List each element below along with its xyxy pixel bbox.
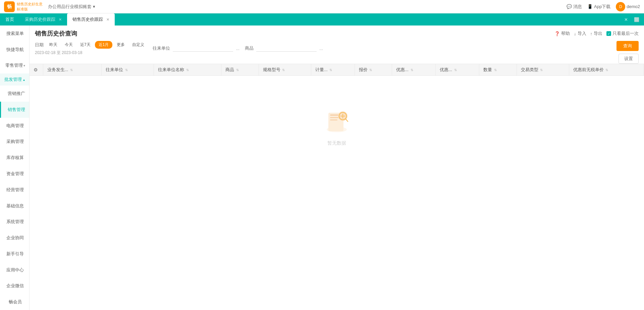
partner-picker-btn[interactable]: ... [236, 46, 239, 51]
logo-area: 畅 销售历史好生意 标准版 [4, 1, 43, 12]
chevron-up-icon: ▴ [23, 78, 25, 82]
svg-rect-4 [330, 119, 337, 120]
chevron-down-icon: ▾ [23, 64, 25, 67]
gear-icon[interactable]: ⚙ [34, 67, 38, 72]
th-partner-code: 往来单位 ⇅ [102, 64, 154, 76]
logo-text: 销售历史好生意 标准版 [17, 2, 43, 11]
filter-section: 日期 昨天 今天 近7天 近1月 更多 自定义 2023-02-18 至 202… [35, 41, 639, 64]
table-container: ⚙ 业务发生... ⇅ 往来单位 ⇅ 往来单位名称 ⇅ [30, 64, 644, 310]
sidebar-group-wholesale[interactable]: 批发管理 ▴ [0, 73, 29, 86]
checkbox-icon: ✓ [606, 31, 611, 36]
only-last-checkbox[interactable]: ✓ 只看最后一次 [606, 31, 639, 37]
sidebar-item-sys-mgmt[interactable]: 系统管理 [0, 214, 29, 230]
svg-rect-3 [330, 117, 339, 118]
th-discount2: 优惠... ⇅ [436, 64, 479, 76]
search-button[interactable]: 查询 [616, 41, 639, 51]
sidebar-item-ecommerce[interactable]: 电商管理 [0, 118, 29, 134]
th-price: 报价 ⇅ [355, 64, 392, 76]
app-download-button[interactable]: 📱 App下载 [587, 4, 610, 10]
sidebar-item-enterprise[interactable]: 企业协同 [0, 230, 29, 246]
date-btn-today[interactable]: 今天 [62, 41, 76, 49]
sort-icon[interactable]: ⇅ [329, 68, 332, 72]
tab-close-all-button[interactable]: ✕ [621, 15, 631, 24]
page-header: 销售历史价查询 ❓ 帮助 ↓ 导入 ↑ 导出 [30, 25, 644, 64]
th-trade-type: 交易类型 ⇅ [517, 64, 569, 76]
sort-icon[interactable]: ⇅ [411, 68, 413, 72]
tab-sales[interactable]: 销售历史价跟踪 ✕ [67, 13, 115, 25]
export-button[interactable]: ↑ 导出 [590, 31, 603, 37]
sort-icon[interactable]: ⇅ [605, 68, 608, 72]
tab-purchase-close[interactable]: ✕ [59, 17, 62, 22]
tab-sales-close[interactable]: ✕ [106, 17, 109, 22]
chevron-down-icon: ▾ [93, 4, 95, 9]
sidebar-item-app-center[interactable]: 应用中心 [0, 262, 29, 278]
date-label: 日期 [35, 42, 44, 48]
date-btn-custom[interactable]: 自定义 [129, 41, 147, 49]
sort-icon[interactable]: ⇅ [125, 68, 128, 72]
sidebar-item-purchase-mgmt[interactable]: 采购管理 [0, 134, 29, 150]
th-settings[interactable]: ⚙ [30, 64, 43, 76]
sidebar-item-member[interactable]: 畅会员 [0, 294, 29, 310]
tab-home[interactable]: 首页 [0, 13, 19, 25]
import-button[interactable]: ↓ 导入 [574, 31, 586, 37]
sort-icon[interactable]: ⇅ [70, 68, 73, 72]
sidebar-item-operations[interactable]: 经营管理 [0, 182, 29, 198]
sort-icon[interactable]: ⇅ [186, 68, 189, 72]
th-goods: 商品 ⇅ [221, 64, 259, 76]
sidebar-item-search-menu[interactable]: 搜索菜单 [0, 25, 29, 42]
table-header: ⚙ 业务发生... ⇅ 往来单位 ⇅ 往来单位名称 ⇅ [30, 64, 644, 76]
settings-button[interactable]: 设置 [619, 54, 639, 64]
svg-line-7 [345, 119, 348, 121]
th-qty: 数量 ⇅ [479, 64, 517, 76]
date-btn-more[interactable]: 更多 [114, 41, 128, 49]
sidebar-item-enterprise-wx[interactable]: 企业微信 [0, 278, 29, 294]
sidebar-item-quick-nav[interactable]: 快捷导航 [0, 42, 29, 58]
partner-filter: 往来单位 ... [153, 45, 239, 52]
date-btn-1month[interactable]: 近1月 [95, 41, 113, 49]
main-layout: 搜索菜单 快捷导航 零售管理 ▾ 批发管理 ▴ 营销推广 销售管理 电商管理 采… [0, 25, 644, 310]
date-btn-7days[interactable]: 近7天 [77, 41, 94, 49]
th-partner-name: 往来单位名称 ⇅ [154, 64, 221, 76]
filter-left: 日期 昨天 今天 近7天 近1月 更多 自定义 2023-02-18 至 202… [35, 41, 611, 56]
goods-input[interactable] [256, 45, 317, 52]
content-area: 销售历史价查询 ❓ 帮助 ↓ 导入 ↑ 导出 [30, 25, 644, 310]
top-bar: 畅 销售历史好生意 标准版 办公用品行业模拟账套 ▾ 💬 消息 📱 App下载 … [0, 0, 644, 13]
partner-input[interactable] [173, 45, 233, 52]
tab-actions: ✕ ⬜ [621, 15, 644, 24]
sort-icon[interactable]: ⇅ [494, 68, 497, 72]
tab-maximize-button[interactable]: ⬜ [632, 15, 641, 24]
app-selector[interactable]: 办公用品行业模拟账套 ▾ [45, 2, 98, 11]
sort-icon[interactable]: ⇅ [369, 68, 372, 72]
sidebar-item-retail-mgmt[interactable]: 零售管理 ▾ [0, 58, 29, 74]
sidebar-item-sales-mgmt[interactable]: 销售管理 [0, 102, 29, 118]
goods-label: 商品 [245, 45, 254, 51]
message-button[interactable]: 💬 消息 [567, 4, 582, 10]
top-bar-right: 💬 消息 📱 App下载 D demo2 [567, 2, 640, 11]
avatar: D [616, 2, 625, 11]
empty-text: 暂无数据 [327, 140, 346, 146]
message-icon: 💬 [567, 4, 572, 9]
filter-date-section: 日期 昨天 今天 近7天 近1月 更多 自定义 2023-02-18 至 202… [35, 41, 147, 56]
empty-illustration [320, 103, 354, 136]
tab-purchase[interactable]: 采购历史价跟踪 ✕ [19, 13, 67, 25]
date-btn-yesterday[interactable]: 昨天 [46, 41, 60, 49]
sort-icon[interactable]: ⇅ [454, 68, 457, 72]
sidebar-item-inventory[interactable]: 库存核算 [0, 150, 29, 166]
sort-icon[interactable]: ⇅ [540, 68, 543, 72]
th-discount1: 优惠... ⇅ [392, 64, 436, 76]
th-biz-date: 业务发生... ⇅ [43, 64, 102, 76]
sidebar-item-guide[interactable]: 新手引导 [0, 246, 29, 262]
export-icon: ↑ [590, 31, 593, 36]
goods-picker-btn[interactable]: ... [319, 46, 323, 51]
sidebar-item-basic-info[interactable]: 基础信息 [0, 198, 29, 214]
help-button[interactable]: ❓ 帮助 [554, 31, 570, 37]
sidebar-item-marketing[interactable]: 营销推广 [0, 86, 29, 102]
sort-icon[interactable]: ⇅ [236, 68, 239, 72]
import-icon: ↓ [574, 31, 576, 36]
logo-icon: 畅 [4, 1, 15, 12]
sidebar-item-finance[interactable]: 资金管理 [0, 166, 29, 182]
th-pre-tax-price: 优惠前无税单价 ⇅ [569, 64, 644, 76]
user-menu[interactable]: D demo2 [616, 2, 640, 11]
sort-icon[interactable]: ⇅ [282, 68, 285, 72]
help-icon: ❓ [554, 31, 560, 36]
